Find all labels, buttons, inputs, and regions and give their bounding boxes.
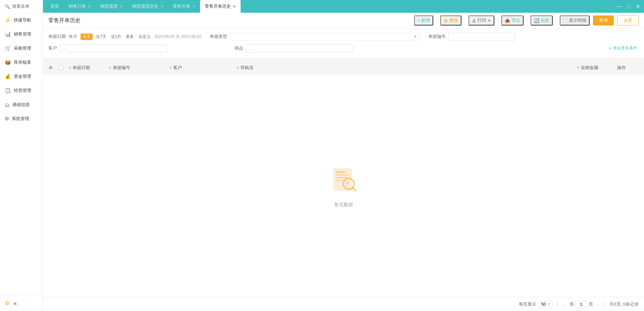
search-icon: 🔍 (5, 4, 10, 9)
sidebar-item-quick-nav[interactable]: ⚡ 快捷导航 (0, 13, 43, 27)
window-maximize[interactable]: □ (626, 3, 632, 9)
tab-sales-order-label: 销售订单 (68, 3, 86, 9)
export-button[interactable]: 📤 导出 (501, 15, 524, 25)
collapse-conditions-btn[interactable]: ∧ 收起更多条件 (607, 44, 639, 52)
tab-sales-return-close[interactable]: ✕ (120, 4, 123, 9)
sales-mgmt-icon: 📊 (5, 31, 11, 37)
btn-today[interactable]: 今天 (81, 34, 93, 40)
print-button[interactable]: 🖨 打印 ▼ (468, 15, 494, 25)
th-amount-label: 实销金额 (581, 65, 598, 71)
bottom-settings-icon[interactable]: ⚙ (5, 300, 9, 306)
pagination: 每页显示 50 ▼ ⟨ ‹ 第 页 › ⟩ 共0页, 0条记录 (43, 297, 644, 311)
th-guide-sort-icon[interactable]: ⇅ (236, 66, 239, 69)
sidebar-item-label: 经营管理 (14, 88, 31, 94)
tab-sales-order-close[interactable]: ✕ (88, 4, 91, 9)
filter-doc-type-group: 单据类型 ▼ (210, 33, 420, 40)
refresh-icon: 🔄 (534, 18, 539, 23)
delete-label: 删除 (449, 17, 458, 23)
tab-sales-order[interactable]: 销售订单 ✕ (64, 0, 96, 13)
filter-doc-num-group: 单据编号 (428, 33, 639, 41)
sidebar-item-label: 基础信息 (12, 102, 30, 108)
page-title: 零售开单历史 (48, 17, 81, 24)
query-button[interactable]: 查询 (593, 15, 614, 25)
last-page-btn[interactable]: ⟩ (602, 302, 607, 307)
tab-retail-open-history-label: 零售开单历史 (205, 3, 231, 9)
export-label: 导出 (511, 17, 520, 23)
customer-select[interactable]: ... (60, 44, 167, 52)
doc-type-select[interactable]: ▼ (230, 33, 420, 40)
prev-page-btn[interactable]: ‹ (562, 302, 567, 307)
sidebar-item-purchase-mgmt[interactable]: 🛒 采购管理 (0, 41, 43, 55)
th-customer-sort-icon[interactable]: ⇅ (169, 66, 172, 69)
sidebar-item-sales-mgmt[interactable]: 📊 销售管理 (0, 27, 43, 41)
select-all-checkbox[interactable] (59, 65, 63, 70)
add-button[interactable]: ＋ + 新增 (414, 15, 433, 25)
th-action: 操作 (614, 65, 641, 71)
page-number-input[interactable] (575, 301, 587, 308)
print-label: 打印 (478, 17, 486, 23)
empty-icon (327, 163, 360, 197)
sidebar-item-label: 资金管理 (14, 73, 31, 80)
toolbar: 零售开单历史 ＋ + 新增 🗑 删除 🖨 打印 ▼ (43, 13, 644, 29)
sidebar-item-fund-mgmt[interactable]: 💰 资金管理 (0, 69, 43, 84)
tab-sales-return[interactable]: 销货退货 ✕ (96, 0, 128, 13)
per-page-arrow-icon: ▼ (547, 302, 550, 306)
doc-type-chevron-icon: ▼ (413, 35, 417, 39)
filter-goods-group: 商品 ... (235, 44, 413, 52)
display-button[interactable]: 显示明细 (560, 15, 590, 25)
th-amount-sort-icon[interactable]: ⇅ (577, 66, 580, 69)
filter-row-2: 客户 ... 商品 ... ∧ 收起更多条件 (48, 44, 639, 52)
window-close[interactable]: ✕ (634, 3, 641, 10)
sidebar-item-stock-calc[interactable]: 📦 库存核算 (0, 55, 43, 69)
th-num-label: 单据编号 (113, 65, 130, 71)
collapse-label: 收起更多条件 (613, 45, 637, 51)
first-page-btn[interactable]: ⟨ (555, 302, 560, 307)
th-guide: ⇅ 导购员 (234, 65, 274, 71)
per-page-value: 50 (541, 302, 546, 307)
tab-retail-open-history[interactable]: 零售开单历史 ✕ (200, 0, 241, 13)
tab-sales-return-history-close[interactable]: ✕ (160, 4, 163, 9)
page-indicator: 第 页 (569, 301, 593, 308)
tab-home[interactable]: 首页 (46, 0, 64, 13)
btn-yesterday[interactable]: 昨天 (68, 34, 79, 40)
th-date-sort-icon[interactable]: ⇅ (68, 66, 71, 69)
bottom-collapse-icon[interactable]: ◀ (13, 301, 16, 306)
delete-icon: 🗑 (444, 18, 448, 23)
refresh-label: 刷新 (541, 17, 549, 23)
tab-sales-return-history[interactable]: 销货退货历史 ✕ (128, 0, 168, 13)
sidebar-item-sys-mgmt[interactable]: ⚙ 系统管理 (0, 112, 43, 126)
doc-num-input[interactable] (448, 33, 515, 41)
page-suffix-label: 页 (589, 301, 593, 307)
th-customer: ⇅ 客户 (166, 65, 234, 71)
filter-date-label: 单据日期 (48, 34, 66, 40)
table-settings-icon[interactable]: ⚙ (46, 65, 56, 70)
sidebar-bottom: ⚙ ◀ (0, 295, 43, 311)
btn-custom-date[interactable]: 自定义 (137, 34, 152, 40)
window-minimize[interactable]: — (615, 3, 623, 9)
th-num-sort-icon[interactable]: ⇅ (109, 66, 111, 69)
next-page-btn[interactable]: › (596, 302, 600, 307)
goods-select[interactable]: ... (246, 44, 353, 52)
btn-more-date[interactable]: 更多 (125, 34, 135, 40)
total-info: 共0页, 0条记录 (609, 301, 639, 307)
tab-retail-open-label: 零售开单 (173, 3, 190, 9)
tab-retail-open-close[interactable]: ✕ (192, 4, 195, 9)
settings-button[interactable]: 设置 (617, 15, 639, 25)
th-customer-label: 客户 (173, 65, 182, 71)
table-select-all[interactable] (56, 65, 66, 70)
th-date: ⇅ 单据日期 (66, 65, 106, 71)
tab-retail-open[interactable]: 零售开单 ✕ (168, 0, 200, 13)
sidebar-item-label: 采购管理 (14, 45, 31, 51)
sidebar-search[interactable]: 🔍 搜索采单 (0, 0, 43, 13)
sidebar-search-label: 搜索采单 (12, 3, 30, 9)
empty-text: 暂无数据 (334, 202, 353, 208)
btn-last-month[interactable]: 近1月 (110, 34, 123, 40)
sidebar-item-ops-mgmt[interactable]: 📋 经营管理 (0, 84, 43, 98)
tab-retail-open-history-close[interactable]: ✕ (233, 4, 236, 9)
svg-rect-3 (336, 177, 347, 178)
delete-button[interactable]: 🗑 删除 (440, 15, 461, 25)
sidebar-item-basic-info[interactable]: 🗂 基础信息 (0, 98, 43, 112)
per-page-select[interactable]: 50 ▼ (539, 301, 553, 308)
btn-last7[interactable]: 近7天 (95, 34, 108, 40)
refresh-button[interactable]: 🔄 刷新 (531, 15, 553, 25)
